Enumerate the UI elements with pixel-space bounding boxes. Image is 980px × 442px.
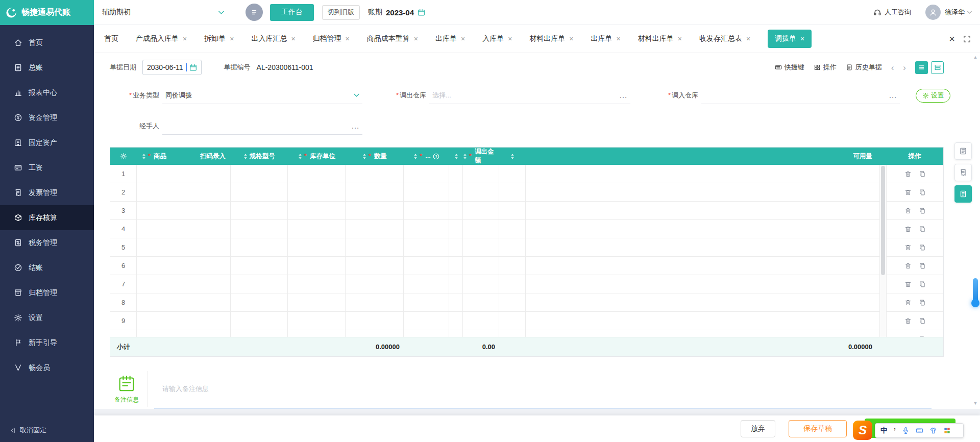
delete-row-icon[interactable]	[904, 336, 912, 337]
tab-材料出库单[interactable]: 材料出库单×	[638, 34, 682, 43]
history-docs-button[interactable]: 历史单据	[846, 63, 882, 72]
cell-avail[interactable]	[526, 238, 879, 256]
sidebar-item-inventory[interactable]: 库存核算	[0, 205, 94, 230]
tab-close-icon[interactable]: ×	[414, 35, 418, 42]
operation-menu-button[interactable]: 操作	[814, 63, 837, 72]
column-header-qty[interactable]: *数量	[346, 148, 404, 165]
copy-row-icon[interactable]	[919, 244, 926, 251]
column-header-spec[interactable]: 规格型号	[231, 148, 288, 165]
cell-x2[interactable]	[499, 293, 526, 311]
help-icon[interactable]: ?	[433, 153, 439, 160]
workbench-button[interactable]: 工作台	[270, 4, 314, 21]
delete-row-icon[interactable]	[904, 170, 912, 178]
cell-product[interactable]	[137, 202, 231, 219]
tab-材料出库单[interactable]: 材料出库单×	[529, 34, 573, 43]
cell-unit[interactable]	[288, 165, 346, 183]
cell-spec[interactable]	[231, 202, 288, 219]
page-scrollbar-bulb[interactable]	[971, 299, 979, 307]
tab-产成品入库单[interactable]: 产成品入库单×	[136, 34, 187, 43]
cell-x1[interactable]	[449, 202, 463, 219]
delete-row-icon[interactable]	[904, 281, 912, 288]
sidebar-item-closing[interactable]: 结账	[0, 255, 94, 280]
column-header-idx[interactable]	[110, 148, 137, 165]
copy-row-icon[interactable]	[919, 207, 926, 214]
cell-price[interactable]	[404, 330, 449, 337]
tab-收发存汇总表[interactable]: 收发存汇总表×	[699, 34, 750, 43]
cell-unit[interactable]	[288, 220, 346, 238]
tab-出入库汇总[interactable]: 出入库汇总×	[251, 34, 295, 43]
cell-qty[interactable]	[346, 202, 404, 219]
tab-close-icon[interactable]: ×	[346, 35, 350, 42]
cell-amount[interactable]	[463, 330, 499, 337]
avatar[interactable]	[925, 5, 941, 20]
cell-x2[interactable]	[499, 275, 526, 293]
tab-close-icon[interactable]: ×	[678, 35, 682, 42]
cell-amount[interactable]	[463, 183, 499, 201]
cell-amount[interactable]	[463, 165, 499, 183]
cell-spec[interactable]	[231, 275, 288, 293]
delete-row-icon[interactable]	[904, 299, 912, 306]
cell-product[interactable]	[137, 183, 231, 201]
sort-icon[interactable]	[413, 154, 418, 159]
cell-amount[interactable]	[463, 275, 499, 293]
cell-amount[interactable]	[463, 220, 499, 238]
sort-icon[interactable]	[362, 154, 366, 159]
cell-qty[interactable]	[346, 238, 404, 256]
save-draft-button[interactable]: 保存草稿	[789, 420, 847, 437]
sort-icon[interactable]	[243, 154, 248, 159]
sidebar-item-guide[interactable]: 新手引导	[0, 330, 94, 355]
tab-close-icon[interactable]: ×	[508, 35, 512, 42]
note-input[interactable]: 请输入备注信息	[154, 369, 932, 409]
cell-spec[interactable]	[231, 312, 288, 330]
scan-entry-link[interactable]: 扫码录入	[200, 152, 226, 161]
sidebar-item-ledger[interactable]: 总账	[0, 55, 94, 80]
cell-spec[interactable]	[231, 293, 288, 311]
cell-avail[interactable]	[526, 330, 879, 337]
cell-unit[interactable]	[288, 275, 346, 293]
toolbox-grid-icon[interactable]	[943, 427, 951, 434]
tab-close-icon[interactable]: ×	[746, 35, 750, 42]
cell-spec[interactable]	[231, 238, 288, 256]
cell-unit[interactable]	[288, 238, 346, 256]
cell-x2[interactable]	[499, 202, 526, 219]
tab-商品成本重算[interactable]: 商品成本重算×	[367, 34, 418, 43]
ime-language-toggle[interactable]: 中	[880, 426, 888, 435]
cell-avail[interactable]	[526, 183, 879, 201]
cell-spec[interactable]	[231, 165, 288, 183]
cell-price[interactable]	[404, 165, 449, 183]
scroll-up-icon[interactable]: ▲	[972, 55, 979, 60]
copy-row-icon[interactable]	[919, 281, 926, 288]
cell-product[interactable]	[137, 312, 231, 330]
out-warehouse-input[interactable]: 选择... …	[429, 87, 630, 104]
sidebar-item-invoice[interactable]: 发票管理	[0, 180, 94, 205]
cell-amount[interactable]	[463, 293, 499, 311]
next-doc-icon[interactable]: ›	[903, 63, 906, 72]
ellipsis-picker-icon[interactable]: …	[351, 125, 359, 127]
in-warehouse-input[interactable]: …	[701, 87, 900, 104]
notes-button[interactable]	[246, 4, 263, 21]
shortcut-keys-button[interactable]: 快捷键	[775, 63, 804, 72]
cell-x1[interactable]	[449, 257, 463, 275]
cell-x1[interactable]	[449, 220, 463, 238]
unpin-button[interactable]: 取消固定	[0, 419, 94, 442]
calendar-icon[interactable]	[189, 64, 197, 71]
microphone-icon[interactable]	[902, 427, 910, 434]
sidebar-item-settings[interactable]: 设置	[0, 305, 94, 330]
cell-qty[interactable]	[346, 275, 404, 293]
tab-入库单[interactable]: 入库单×	[482, 34, 512, 43]
cell-spec[interactable]	[231, 220, 288, 238]
card-view-button[interactable]	[931, 61, 944, 74]
handler-input[interactable]: …	[162, 117, 362, 135]
cell-spec[interactable]	[231, 257, 288, 275]
cell-price[interactable]	[404, 238, 449, 256]
ime-punctuation-toggle[interactable]: ’	[894, 427, 896, 435]
cell-product[interactable]	[137, 220, 231, 238]
sort-icon[interactable]	[298, 154, 302, 159]
cell-x2[interactable]	[499, 330, 526, 337]
cell-amount[interactable]	[463, 257, 499, 275]
sidebar-item-funds[interactable]: 资金管理	[0, 105, 94, 130]
tab-拆卸单[interactable]: 拆卸单×	[204, 34, 234, 43]
delete-row-icon[interactable]	[904, 262, 912, 269]
prev-doc-icon[interactable]: ‹	[891, 63, 894, 72]
tab-首页[interactable]: 首页	[104, 34, 118, 43]
